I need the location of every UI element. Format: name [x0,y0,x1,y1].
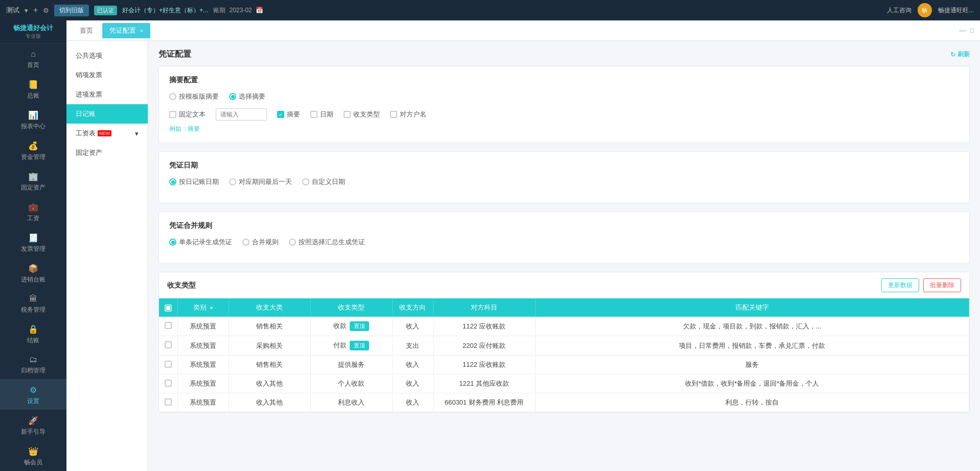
summary-title: 摘要配置 [169,76,959,85]
row-type: 个人收款 [310,374,392,393]
table-row: 系统预置销售相关提供服务收入1122 应收账款服务 [159,356,969,374]
row-keyword: 欠款，现金，项目款，到款，报销款，汇入，... [535,317,969,336]
radio-template[interactable]: 按模板版摘要 [169,92,219,101]
radio-period-last-circle [229,178,236,185]
minimize-icon[interactable]: — [959,27,966,34]
row-checkbox[interactable] [159,374,177,393]
date-radio-group: 按日记账日期 对应期间最后一天 自定义日期 [169,177,959,186]
radio-template-circle [169,93,176,100]
row-account: 1122 应收账款 [433,356,535,374]
left-nav-sales-invoice[interactable]: 销项发票 [66,65,148,85]
th-direction: 收支方向 [392,298,433,317]
checkbox-counterparty-box [390,111,397,118]
invoice-icon: 🧾 [28,233,38,243]
reports-icon: 📊 [28,110,38,120]
fixed-text-input[interactable] [216,108,267,121]
sidebar-item-purchase[interactable]: 📦 进销台账 [0,257,66,288]
expand-icon: ▾ [135,130,139,137]
assets-icon: 🏢 [28,172,38,181]
tab-voucher-config[interactable]: 凭证配置 × [102,23,150,38]
row-checkbox[interactable] [159,356,177,374]
left-nav-purchase-invoice[interactable]: 进项发票 [66,85,148,104]
settings-icon[interactable]: ⚙ [43,7,49,14]
left-nav-fixed-assets[interactable]: 固定资产 [66,143,148,162]
radio-select[interactable]: 选择摘要 [229,92,265,101]
left-nav-payroll[interactable]: 工资表 NEW ▾ [66,124,148,143]
row-category: 系统预置 [177,356,229,374]
check-all-checkbox[interactable] [165,304,172,312]
checkbox-summary[interactable]: ✓ 摘要 [277,110,300,119]
purchase-icon: 📦 [28,264,38,273]
funds-icon: 💰 [28,141,38,151]
tab-home[interactable]: 首页 [73,23,100,38]
radio-total-select[interactable]: 按照选择汇总生成凭证 [289,238,365,247]
guide-icon: 🚀 [28,416,38,426]
table-row: 系统预置收入其他利息收入收入660301 财务费用 利息费用利息，行转，按自 [159,393,969,412]
sidebar-logo: 畅捷通好会计 专业版 [0,20,66,43]
sidebar: 畅捷通好会计 专业版 ⌂ 首页 📒 总账 📊 报表中心 💰 资金管理 🏢 固定资… [0,20,66,471]
checkbox-date[interactable]: 日期 [310,110,333,119]
switch-version-button[interactable]: 切到旧版 [54,5,89,16]
radio-total-select-circle [289,239,296,246]
sidebar-item-archive[interactable]: 🗂 归档管理 [0,349,66,379]
sidebar-item-reports[interactable]: 📊 报表中心 [0,104,66,135]
add-icon[interactable]: + [33,6,38,15]
batch-delete-button[interactable]: 批量删除 [923,278,961,292]
checkbox-counterparty[interactable]: 对方户名 [390,110,426,119]
update-data-button[interactable]: 更新数据 [881,278,919,292]
salary-icon: 💼 [28,202,38,212]
sidebar-item-salary[interactable]: 💼 工资 [0,196,66,227]
sidebar-item-home[interactable]: ⌂ 首页 [0,43,66,74]
radio-period-last[interactable]: 对应期间最后一天 [229,177,292,186]
merge-radio-group: 单条记录生成凭证 合并规则 按照选择汇总生成凭证 [169,238,959,247]
refresh-button[interactable]: ↻ 刷新 [950,50,970,59]
top-tag-button[interactable]: 置顶 [350,341,369,350]
account-tags: 好会计（专）+好生意（标）+... [122,6,208,15]
th-type: 收支类型 [310,298,392,317]
sidebar-item-guide[interactable]: 🚀 新手引导 [0,410,66,440]
row-keyword: 利息，行转，按自 [535,393,969,412]
left-nav-journal[interactable]: 日记账 [66,104,148,124]
sidebar-item-ledger[interactable]: 📒 总账 [0,74,66,104]
row-type: 提供服务 [310,356,392,374]
row-checkbox[interactable] [159,393,177,412]
row-checkbox[interactable] [159,336,177,356]
radio-custom-circle [302,178,309,185]
row-checkbox[interactable] [159,317,177,336]
main-content: 凭证配置 ↻ 刷新 摘要配置 按模板版摘要 [148,41,980,471]
checkbox-type-box [344,111,351,118]
date-section: 凭证日期 按日记账日期 对应期间最后一天 自定义日期 [158,151,970,203]
th-major: 收支大类 [229,298,310,317]
sidebar-item-invoice[interactable]: 🧾 发票管理 [0,227,66,257]
sidebar-item-assets[interactable]: 🏢 固定资产 [0,166,66,196]
top-tag-button[interactable]: 置顶 [350,321,369,331]
dropdown-arrow-icon[interactable]: ▾ [25,7,28,14]
ledger-icon: 📒 [28,80,38,89]
home-icon: ⌂ [31,50,36,59]
maximize-icon[interactable]: □ [970,27,974,34]
checkbox-type[interactable]: 收支类型 [344,110,380,119]
sidebar-item-tax[interactable]: 🏛 税务管理 [0,288,66,318]
sidebar-item-funds[interactable]: 💰 资金管理 [0,135,66,166]
page-title-row: 凭证配置 ↻ 刷新 [158,49,970,60]
radio-merge-rule[interactable]: 合并规则 [242,238,279,247]
row-category: 系统预置 [177,317,229,336]
radio-journal-date[interactable]: 按日记账日期 [169,177,219,186]
example-text: 例如：摘要 [169,125,959,133]
sidebar-item-close[interactable]: 🔒 结账 [0,318,66,349]
checkbox-fixed-text[interactable]: 固定文本 [169,110,206,119]
table-row: 系统预置采购相关付款置顶支出2202 应付账款项目，日常费用，报销款，车费，承兑… [159,336,969,356]
sidebar-item-settings[interactable]: ⚙ 设置 [0,379,66,410]
row-type: 利息收入 [310,393,392,412]
checkbox-summary-box: ✓ [277,111,284,118]
th-keyword: 匹配关键字 [535,298,969,317]
row-account: 1122 应收账款 [433,317,535,336]
sidebar-item-member[interactable]: 👑 畅会员 [0,440,66,471]
radio-single[interactable]: 单条记录生成凭证 [169,238,232,247]
th-check[interactable] [159,298,177,317]
service-label[interactable]: 人工咨询 [887,6,911,15]
payment-title: 收支类型 [167,281,196,290]
left-nav-public[interactable]: 公共选项 [66,46,148,65]
tab-close-icon[interactable]: × [140,28,143,34]
radio-custom[interactable]: 自定义日期 [302,177,345,186]
